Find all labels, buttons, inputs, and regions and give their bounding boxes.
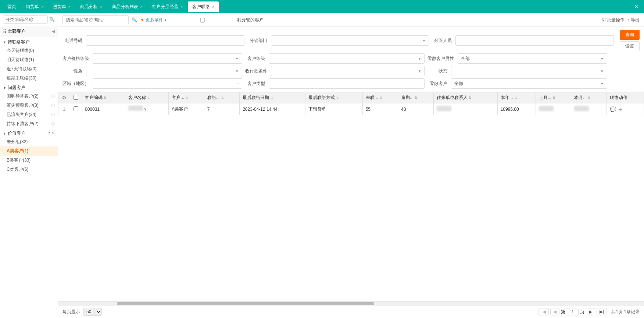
row-checkbox[interactable] [74,106,78,111]
sidebar-item-hoarding[interactable]: 囤购异常客户(2) ⓘ [0,92,58,101]
close-purchase-icon[interactable]: × [68,5,71,9]
pending-contact-group[interactable]: ▼ 待联络客户 [0,37,58,46]
sidebar-item-overdue-contact[interactable]: 逾期未联络(30) [0,74,58,83]
region-input[interactable]: ··· [93,78,242,89]
cell-num: 1 [58,103,70,115]
cell-checkbox[interactable] [70,103,82,115]
th-overdue[interactable]: 逾期...⇅ [398,92,433,103]
sidebar-item-c-class[interactable]: C类客户(6) [0,165,58,174]
sidebar-item-ungrouped[interactable]: 未分组(32) [0,137,58,146]
th-contact-count[interactable]: 联络...⇅ [204,92,239,103]
select-all-checkbox[interactable] [74,95,78,100]
customer-level-input[interactable]: ▼ [269,53,425,64]
sidebar-item-b-class[interactable]: B类客户(33) [0,156,58,165]
th-this-year[interactable]: 本年...⇅ [497,92,536,103]
next-page-btn[interactable]: ▶ [586,308,595,315]
sidebar-item-churned[interactable]: 已流失客户(24) ⓘ [0,110,58,119]
th-last-month[interactable]: 上月...⇅ [536,92,571,103]
customer-type-input[interactable] [269,78,425,89]
all-customers-header[interactable]: ⠿ 全部客户 ◀ [0,26,58,37]
tab-goods-list[interactable]: 商品分析列表 × [107,1,147,12]
scattered-input[interactable]: 全部▼ [451,78,607,89]
sort-nc-icon: ⇅ [379,96,382,100]
goods-analysis-label: 商品分析 [80,4,98,10]
last-method-link[interactable]: 下销货单 [308,106,326,112]
cell-action: 💬 ⊞ [607,103,644,115]
problem-customers-group[interactable]: ▼ 问题客户 [0,83,58,92]
sidebar-search-input[interactable] [3,15,48,24]
chat-icon[interactable]: 💬 [610,106,616,112]
th-this-month[interactable]: 本月...⇅ [571,92,607,103]
cell-last-date: 2023-04-12 14:44: [240,103,305,115]
value-arrow: ▼ [3,132,6,135]
th-name[interactable]: 客户名称⇅ [125,92,169,103]
scattered-attr-input[interactable]: 全部▼ [458,53,607,64]
my-customers-checkbox[interactable] [169,18,236,22]
prev-page-btn[interactable]: ◀ [550,308,559,315]
status-input[interactable]: ▼ [451,66,607,76]
customer-type-label: 客户类型 [245,81,267,87]
horizontal-scrollbar[interactable] [58,301,644,305]
page-size-select[interactable]: 50 100 200 [83,308,102,316]
close-goods-analysis-icon[interactable]: × [100,5,102,9]
value-label: 价值客户 [8,130,25,137]
th-gear[interactable]: ⚙ [58,92,70,103]
th-last-date[interactable]: 最后联络日期⇅ [240,92,305,103]
search-bar-icon[interactable]: 🔍 [132,17,137,22]
edit-icon[interactable]: ✎ [51,131,55,136]
tab-customer-tier[interactable]: 客户分层经营 × [147,1,187,12]
sidebar-search-icon[interactable]: 🔍 [49,17,55,22]
query-btn[interactable]: 查询 [620,30,640,40]
my-customers-filter[interactable]: 我分管的客户 [169,17,264,23]
th-last-method[interactable]: 最后联络方式⇅ [305,92,363,103]
tab-home[interactable]: 首页 [3,1,21,12]
sidebar-item-7days[interactable]: 近7天待联络(0) [0,64,58,74]
purchase-label: 进货单 [53,4,66,10]
th-checkbox[interactable] [70,92,82,103]
window-close-icon[interactable]: × [632,2,641,11]
content-area: 🔍 ▼ 更多条件 ▴ 我分管的客户 ☑ 批量操作 ↑ 导出 [58,13,644,318]
first-page-btn[interactable]: |◀ [539,308,549,315]
tab-customer-contact[interactable]: 客户联络 × [188,1,219,12]
more-filters-btn[interactable]: ▼ 更多条件 ▴ [140,17,167,23]
sidebar-item-tomorrow[interactable]: 明天待联络(1) [0,55,58,64]
scroll-thumb[interactable] [117,302,374,305]
th-contacts[interactable]: 往来单位联系人⇅ [433,92,497,103]
tab-purchase[interactable]: 进货单 × [49,1,75,12]
cell-contact-count: 7 [204,103,239,115]
sidebar-collapse-btn[interactable]: ◀ [52,29,55,34]
refresh-icon[interactable]: ↺ [47,131,51,136]
link-icon[interactable]: ⊞ [618,106,623,112]
nature-input[interactable]: ▼ [86,66,242,76]
page-number-input[interactable] [567,308,579,315]
price-level-label: 客户价格等级 [62,56,91,62]
tab-sales[interactable]: 销货单 × [21,1,48,12]
search-input[interactable] [62,15,129,24]
last-page-btn[interactable]: ▶| [597,308,607,315]
close-customer-tier-icon[interactable]: × [180,5,183,9]
customer-contact-label: 客户联络 [192,4,210,10]
dept-input[interactable]: ▼ [271,35,429,46]
th-type[interactable]: 客户...⇅ [169,92,204,103]
phone-input[interactable] [86,35,244,46]
export-btn[interactable]: ↑ 导出 [627,17,640,23]
sidebar-item-churn-warning[interactable]: 流失预警客户(3) ⓘ [0,101,58,110]
gear-icon[interactable]: ⚙ [62,95,66,100]
payment-input[interactable]: ▼ [271,66,425,76]
batch-op-btn[interactable]: ☑ 批量操作 [602,17,625,23]
sidebar-item-today[interactable]: 今天待联络(0) [0,46,58,55]
contacts-blurred [437,106,451,111]
tab-goods-analysis[interactable]: 商品分析 × [76,1,107,12]
settings-btn[interactable]: 设置 [620,41,640,51]
value-customers-group[interactable]: ▼ 价值客户 ↺ ✎ [0,128,58,137]
close-goods-list-icon[interactable]: × [140,5,143,9]
th-code[interactable]: 客户编码⇅ [82,92,125,103]
close-customer-contact-icon[interactable]: × [212,5,214,9]
price-level-input[interactable]: ▼ [93,53,242,64]
th-not-contacted[interactable]: 未联...⇅ [362,92,398,103]
sort-overdue-icon: ⇅ [415,96,418,100]
sidebar-item-declining[interactable]: 持续下滑客户(2) ⓘ [0,119,58,128]
sidebar-item-a-class[interactable]: A类客户(1) [0,146,58,156]
manager-input[interactable]: ··· [455,35,614,46]
close-sales-icon[interactable]: × [41,5,43,9]
